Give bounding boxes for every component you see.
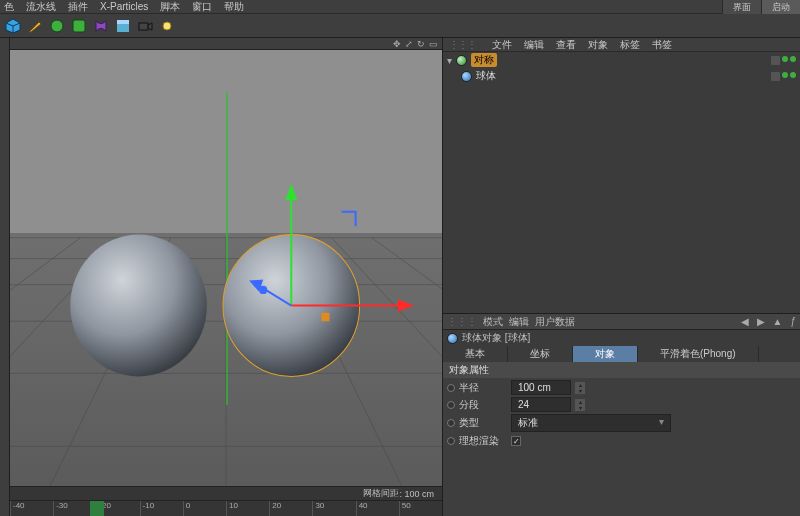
svg-marker-28	[398, 299, 414, 312]
radius-input[interactable]: 100 cm	[511, 380, 571, 395]
step-down-icon[interactable]: ▾	[575, 388, 585, 394]
svg-point-31	[259, 286, 267, 294]
panel-grip-icon[interactable]: ⋮⋮⋮	[447, 316, 477, 327]
menu-item[interactable]: 编辑	[524, 38, 544, 52]
layout-tab[interactable]: 界面	[722, 0, 761, 14]
menu-item[interactable]: 查看	[556, 38, 576, 52]
nav-next-icon[interactable]: ▶	[757, 316, 765, 327]
step-down-icon[interactable]: ▾	[575, 405, 585, 411]
layout-tab[interactable]: 启动	[761, 0, 800, 14]
timeline-playhead[interactable]	[90, 501, 104, 516]
viewport-nav-icon[interactable]: ⤢	[405, 39, 413, 49]
svg-point-23	[70, 235, 207, 377]
svg-rect-3	[73, 20, 85, 32]
deformer-icon[interactable]	[92, 17, 110, 35]
prop-row-segments: 分段 24 ▴▾	[447, 397, 796, 412]
menu-item[interactable]: 编辑	[509, 315, 529, 329]
prop-label: 类型	[459, 416, 507, 430]
expand-icon[interactable]: ▾	[447, 55, 452, 66]
pen-tool-icon[interactable]	[26, 17, 44, 35]
keyframe-marker-icon[interactable]	[447, 437, 455, 445]
render-perfect-checkbox[interactable]: ✓	[511, 436, 521, 446]
menu-item[interactable]: X-Particles	[100, 1, 148, 12]
symmetry-icon	[456, 55, 467, 66]
tab-coord[interactable]: 坐标	[508, 346, 573, 362]
timeline-tick: 10	[226, 501, 269, 516]
timeline-tick: 40	[356, 501, 399, 516]
viewport-nav-icon[interactable]: ↻	[417, 39, 425, 49]
nav-function-icon[interactable]: ƒ	[790, 316, 796, 327]
timeline-tick: -10	[140, 501, 183, 516]
menu-item[interactable]: 书签	[652, 38, 672, 52]
menu-item[interactable]: 色	[4, 0, 14, 14]
object-row[interactable]: ▾ 对称	[443, 52, 800, 68]
type-dropdown[interactable]: 标准▾	[511, 414, 671, 432]
svg-marker-7	[148, 23, 152, 30]
keyframe-marker-icon[interactable]	[447, 401, 455, 409]
svg-rect-5	[117, 20, 129, 24]
timeline[interactable]: -40 -30 -20 -10 0 10 20 30 40 50	[10, 500, 442, 516]
sphere-icon	[461, 71, 472, 82]
generator-icon[interactable]	[70, 17, 88, 35]
visibility-editor-icon[interactable]	[782, 56, 788, 62]
keyframe-marker-icon[interactable]	[447, 384, 455, 392]
attr-tabs: 基本 坐标 对象 平滑着色(Phong)	[443, 346, 800, 362]
layer-dot-icon[interactable]	[771, 56, 780, 65]
svg-rect-4	[117, 24, 129, 32]
main-toolbar	[0, 14, 800, 38]
object-name[interactable]: 球体	[476, 69, 496, 83]
menu-item[interactable]: 脚本	[160, 0, 180, 14]
layer-dot-icon[interactable]	[771, 72, 780, 81]
camera-icon[interactable]	[136, 17, 154, 35]
grid-label: 网格间距	[363, 487, 399, 500]
tab-basic[interactable]: 基本	[443, 346, 508, 362]
svg-rect-32	[321, 313, 329, 321]
menu-item[interactable]: 对象	[588, 38, 608, 52]
menu-item[interactable]: 用户数据	[535, 315, 575, 329]
nurbs-icon[interactable]	[48, 17, 66, 35]
viewport-status: 网格间距 : 100 cm	[10, 486, 442, 500]
viewport-nav-icon[interactable]: ✥	[393, 39, 401, 49]
attribute-manager: ⋮⋮⋮ 模式 编辑 用户数据 ◀ ▶ ▲ ƒ 球体对象 [球体] 基本 坐标 对…	[443, 314, 800, 516]
menu-item[interactable]: 插件	[68, 0, 88, 14]
menu-item[interactable]: 窗口	[192, 0, 212, 14]
perspective-viewport[interactable]	[10, 50, 442, 486]
segments-input[interactable]: 24	[511, 397, 571, 412]
visibility-render-icon[interactable]	[790, 72, 796, 78]
object-row[interactable]: 球体	[443, 68, 800, 84]
menu-item[interactable]: 文件	[492, 38, 512, 52]
object-name[interactable]: 对称	[471, 53, 497, 67]
timeline-tick: 30	[312, 501, 355, 516]
menu-item[interactable]: 帮助	[224, 0, 244, 14]
prop-row-type: 类型 标准▾	[447, 414, 796, 432]
timeline-tick: 0	[183, 501, 226, 516]
timeline-tick: -40	[10, 501, 53, 516]
svg-point-8	[163, 22, 171, 30]
chevron-down-icon: ▾	[659, 416, 664, 430]
prop-label: 理想渲染	[459, 434, 507, 448]
tab-object[interactable]: 对象	[573, 346, 638, 362]
light-icon[interactable]	[158, 17, 176, 35]
object-manager[interactable]: ▾ 对称 球体	[443, 52, 800, 314]
nav-prev-icon[interactable]: ◀	[741, 316, 749, 327]
left-tool-column	[0, 38, 10, 516]
svg-line-20	[10, 238, 80, 486]
viewport-nav-icon[interactable]: ▭	[429, 39, 438, 49]
svg-line-21	[372, 238, 442, 486]
visibility-render-icon[interactable]	[790, 56, 796, 62]
tab-phong[interactable]: 平滑着色(Phong)	[638, 346, 759, 362]
svg-rect-6	[139, 23, 148, 30]
menu-item[interactable]: 流水线	[26, 0, 56, 14]
menu-item[interactable]: 标签	[620, 38, 640, 52]
svg-marker-26	[285, 184, 297, 201]
visibility-editor-icon[interactable]	[782, 72, 788, 78]
prop-label: 半径	[459, 381, 507, 395]
timeline-tick: 50	[399, 501, 442, 516]
panel-grip-icon[interactable]: ⋮⋮⋮	[449, 39, 476, 50]
primitive-cube-icon[interactable]	[4, 17, 22, 35]
keyframe-marker-icon[interactable]	[447, 419, 455, 427]
menu-item[interactable]: 模式	[483, 315, 503, 329]
sphere-icon	[447, 333, 458, 344]
nav-up-icon[interactable]: ▲	[773, 316, 783, 327]
environment-icon[interactable]	[114, 17, 132, 35]
